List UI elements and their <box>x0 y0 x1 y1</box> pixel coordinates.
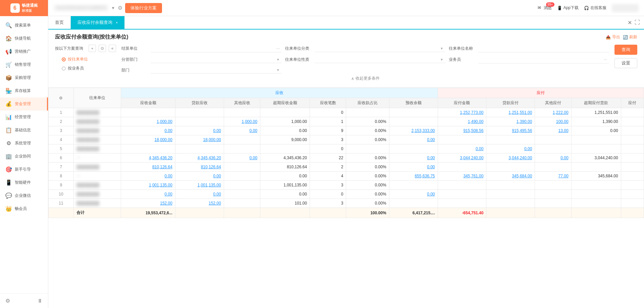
cell-link[interactable]: 345,761.00 <box>463 174 483 178</box>
filter-target-btn[interactable]: ⊙ <box>99 45 106 52</box>
filter-collapse-btn[interactable]: « <box>109 45 116 52</box>
sidebar-item-search-menu[interactable]: 🔍搜索菜单 <box>0 19 48 32</box>
cell-link[interactable]: 0.00 <box>427 156 435 160</box>
cell-link[interactable]: 0.00 <box>560 156 568 160</box>
cell-link[interactable]: 4,345,436.20 <box>149 156 172 160</box>
cell-link[interactable]: 0.00 <box>213 128 221 133</box>
cell-link[interactable]: 2,153,333.00 <box>411 128 435 133</box>
cell-link[interactable]: 0.00 <box>427 137 435 142</box>
cell-link[interactable]: 18,000.00 <box>203 137 221 142</box>
cell-link[interactable]: 345,684.00 <box>512 174 532 178</box>
sidebar-icon-quick-nav: 🏠 <box>5 35 12 42</box>
cell-link[interactable]: 1,222.00 <box>553 110 569 115</box>
sidebar-item-operations[interactable]: 📊经营管理 <box>0 111 48 124</box>
tab-window-close-btn[interactable]: ✕ <box>628 19 632 26</box>
cell-link[interactable]: 0.00 <box>250 156 257 160</box>
breadcrumb-arrow[interactable]: ▼ <box>111 6 115 10</box>
set-button[interactable]: 设置 <box>614 58 637 68</box>
cell-link[interactable]: 1,490.00 <box>468 119 484 124</box>
cell-link[interactable]: 77.00 <box>558 174 569 178</box>
cell-link[interactable]: 1,251,551.00 <box>508 110 532 115</box>
sidebar-item-smart-hw[interactable]: 📱智能硬件 <box>0 176 48 189</box>
trial-button[interactable]: 体验行业方案 <box>125 3 162 13</box>
message-btn[interactable]: ✉ 99+ 消息 <box>538 5 551 11</box>
cell-link[interactable]: 152.00 <box>209 201 221 206</box>
page-actions: 📤 导出 🔄 刷新 <box>606 34 637 40</box>
cell-link[interactable]: 100.00 <box>556 119 569 124</box>
sidebar-item-member[interactable]: 👑畅会员 <box>0 202 48 215</box>
tab-expand-btn[interactable]: ⛶ <box>635 19 640 26</box>
sidebar-item-marketing[interactable]: 📢营销推广 <box>0 45 48 58</box>
cell-link[interactable]: 13.00 <box>558 128 569 133</box>
filter-add-btn[interactable]: ＋ <box>89 45 96 52</box>
col-group-receivable: 应收 <box>121 88 438 98</box>
department-label: 部门 <box>121 68 148 73</box>
cell-link[interactable]: 0.00 <box>427 165 435 169</box>
footer-ar-amt: 19,553,472,6... <box>121 208 175 218</box>
collapse-btn[interactable]: ∧ 收起更多条件 <box>121 74 609 83</box>
sidebar-item-basic-info[interactable]: 📋基础信息 <box>0 124 48 137</box>
cell-link[interactable]: 0.00 <box>165 174 172 178</box>
sidebar-item-purchase[interactable]: 📦采购管理 <box>0 71 48 84</box>
tab-close-icon[interactable]: × <box>116 20 118 25</box>
refresh-button[interactable]: 🔄 刷新 <box>623 34 637 40</box>
user-avatar[interactable] <box>612 4 639 12</box>
cell-link[interactable]: 0.00 <box>213 192 221 196</box>
sidebar-icon-search-menu: 🔍 <box>5 22 12 29</box>
cell-link[interactable]: 1,001,135.00 <box>149 183 172 187</box>
cell-link[interactable]: 915,495.56 <box>512 128 532 133</box>
cell-link[interactable]: 810,126.64 <box>152 165 172 169</box>
cell-link[interactable]: 0.00 <box>250 128 257 133</box>
filter-tab-by-unit[interactable]: 按往来单位 <box>59 55 116 63</box>
online-service-btn[interactable]: 🎧 在线客服 <box>584 5 606 11</box>
cell-link[interactable]: 0.00 <box>524 146 532 151</box>
table-row: 6↗4,345,436.204,345,436.200.004,345,436.… <box>49 153 644 163</box>
sidebar-item-quick-nav[interactable]: 🏠快捷导航 <box>0 32 48 45</box>
query-button[interactable]: 查询 <box>614 45 637 55</box>
cell-link[interactable]: 0.00 <box>476 146 483 151</box>
cell-link[interactable]: 1,000.00 <box>157 119 172 124</box>
cell-link[interactable]: 3,044,240.00 <box>460 156 483 160</box>
cell-link[interactable]: 1,001,135.00 <box>198 183 221 187</box>
sidebar-label-marketing: 营销推广 <box>15 49 31 54</box>
cell-link[interactable]: 4,345,436.20 <box>198 156 221 160</box>
app-download-btn[interactable]: 📱 App下载 <box>557 5 579 11</box>
sidebar-item-guide[interactable]: 🎯新手引导 <box>0 163 48 176</box>
cell-link[interactable]: 18,000.00 <box>155 137 172 142</box>
cell-link[interactable]: 0.00 <box>427 192 435 196</box>
unit-nature-select[interactable]: ▼ <box>315 56 445 63</box>
settlement-input[interactable]: ··· <box>151 45 282 52</box>
cell-link[interactable]: 1,252,773.00 <box>460 110 483 115</box>
sidebar-item-system[interactable]: ⚙系统管理 <box>0 137 48 150</box>
sidebar-item-enterprise-wx[interactable]: 💬企业微信 <box>0 189 48 202</box>
unit-category-select[interactable]: ▼ <box>315 45 445 52</box>
refresh-icon: 🔄 <box>623 35 628 40</box>
cell-link[interactable]: 915,508.56 <box>463 128 483 133</box>
dept-select[interactable]: ▼ <box>151 56 282 63</box>
cell-link[interactable]: 655,636.75 <box>415 174 435 178</box>
department-select[interactable]: ▼ <box>151 67 282 74</box>
filter-radio-by-unit <box>62 57 66 61</box>
tab-current[interactable]: 应收应付余额查询 × <box>71 16 125 29</box>
tab-home[interactable]: 首页 <box>48 16 71 29</box>
topbar-gear-icon[interactable]: ⚙ <box>118 5 122 11</box>
cell-link[interactable]: 1,390.00 <box>517 119 532 124</box>
cell-link[interactable]: 0.00 <box>165 128 172 133</box>
cell-link[interactable]: 1,000.00 <box>241 119 257 124</box>
sidebar-item-inventory[interactable]: 🏪库存核算 <box>0 84 48 97</box>
sidebar-item-sales[interactable]: 🛒销售管理 <box>0 58 48 71</box>
settings-icon[interactable]: ⚙ <box>5 298 10 304</box>
cell-link[interactable]: 152.00 <box>160 201 172 206</box>
filter-tab-by-staff[interactable]: 按业务员 <box>59 64 116 72</box>
cell-link[interactable]: 0.00 <box>213 174 221 178</box>
cell-link[interactable]: 3,044,240.00 <box>508 156 532 160</box>
collapse-icon[interactable]: ⏸ <box>37 298 43 304</box>
sidebar-item-enterprise[interactable]: 🏢企业协同 <box>0 150 48 163</box>
export-button[interactable]: 📤 导出 <box>606 34 620 40</box>
cell-link[interactable]: 810,126.64 <box>201 165 221 169</box>
unit-name-input[interactable] <box>478 45 609 52</box>
cell-link[interactable]: 0.00 <box>165 192 172 196</box>
sidebar-item-capital[interactable]: 💰资金管理 <box>0 97 48 111</box>
salesman-input[interactable]: ··· <box>478 56 609 63</box>
col-settings[interactable]: ⚙ <box>49 88 74 108</box>
